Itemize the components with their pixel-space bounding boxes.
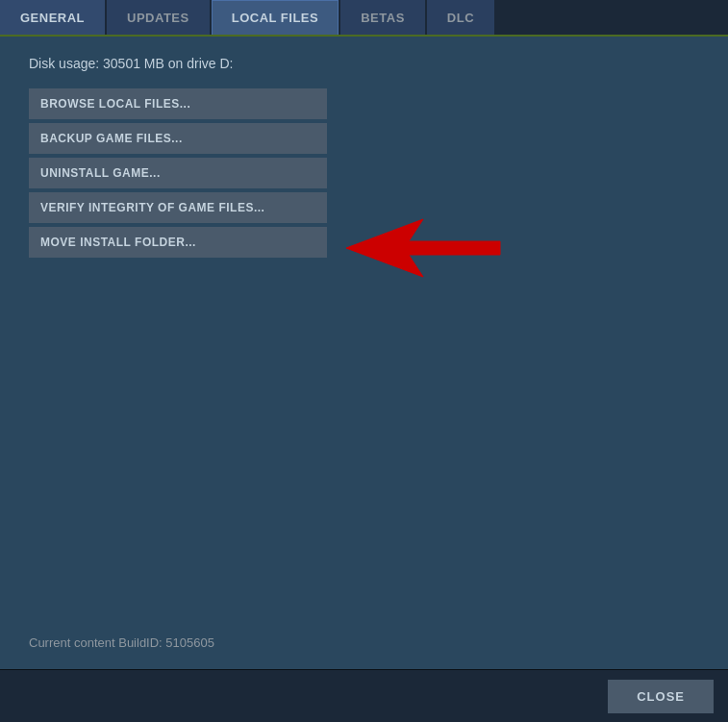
footer: CLOSE <box>0 669 728 722</box>
browse-local-files-button[interactable]: BROWSE LOCAL FILES... <box>29 88 327 119</box>
uninstall-game-button[interactable]: UNINSTALL GAME... <box>29 158 327 188</box>
tab-general[interactable]: GENERAL <box>0 0 105 35</box>
svg-marker-0 <box>346 219 500 277</box>
arrow-annotation <box>317 214 510 291</box>
tab-local-files[interactable]: LOCAL FILES <box>212 0 339 35</box>
main-content: Disk usage: 30501 MB on drive D: BROWSE … <box>0 37 728 669</box>
build-id-label: Current content BuildID: 5105605 <box>29 635 214 650</box>
backup-game-files-button[interactable]: BACKUP GAME FILES... <box>29 123 327 154</box>
tab-updates[interactable]: UPDATES <box>107 0 210 35</box>
tab-betas[interactable]: BETAS <box>340 0 425 35</box>
close-button[interactable]: CLOSE <box>608 680 714 713</box>
tab-bar: GENERAL UPDATES LOCAL FILES BETAS DLC <box>0 0 728 37</box>
tab-dlc[interactable]: DLC <box>427 0 494 35</box>
move-install-folder-button[interactable]: MOVE INSTALL FOLDER... <box>29 227 327 258</box>
disk-usage-label: Disk usage: 30501 MB on drive D: <box>29 56 699 71</box>
action-buttons: BROWSE LOCAL FILES... BACKUP GAME FILES.… <box>29 88 327 258</box>
verify-integrity-button[interactable]: VERIFY INTEGRITY OF GAME FILES... <box>29 192 327 223</box>
